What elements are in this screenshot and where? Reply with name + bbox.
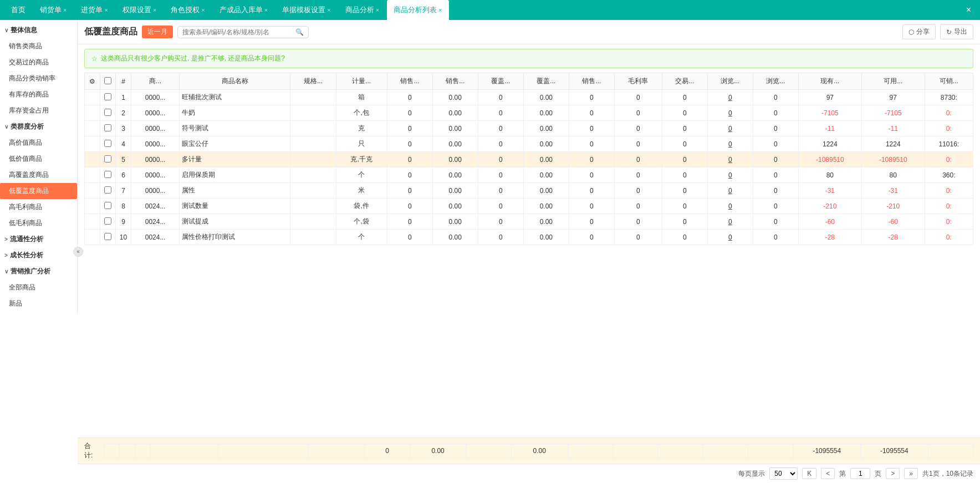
- row-check[interactable]: [100, 183, 116, 199]
- sidebar-item-high-coverage[interactable]: 高覆盖度商品: [0, 167, 77, 183]
- select-all-checkbox[interactable]: [104, 77, 111, 84]
- sidebar-section-cluster[interactable]: ∨ 类群度分析: [0, 119, 77, 135]
- nav-close-permissions[interactable]: ×: [153, 7, 156, 13]
- sidebar-section-growth[interactable]: > 成长性分析: [0, 247, 77, 263]
- table-row: 4 0000... 眼宝公仔 只 0 0.00 0 0.00 0 0 0 0 0…: [85, 136, 973, 152]
- col-sales-amt: 销售...: [432, 73, 478, 90]
- row-checkbox[interactable]: [104, 155, 111, 162]
- window-close-icon[interactable]: ×: [962, 5, 976, 15]
- nav-item-templates[interactable]: 单据模板设置 ×: [275, 0, 337, 20]
- prev-page-button[interactable]: <: [821, 468, 835, 479]
- nav-close-purchase[interactable]: ×: [104, 7, 108, 13]
- row-sales-qty: 0: [387, 167, 432, 183]
- nav-item-purchase[interactable]: 进货单 ×: [74, 0, 114, 20]
- row-check[interactable]: [100, 199, 116, 214]
- sidebar-section-marketing[interactable]: ∨ 营销推广分析: [0, 263, 77, 279]
- nav-close-roles[interactable]: ×: [201, 7, 205, 13]
- next-page-button[interactable]: >: [886, 468, 900, 479]
- export-button[interactable]: ↻ 导出: [940, 24, 973, 39]
- nav-close-products[interactable]: ×: [264, 7, 268, 13]
- per-page-select[interactable]: 20 50 100: [769, 467, 798, 480]
- row-check[interactable]: [100, 136, 116, 152]
- row-browse1[interactable]: 0: [707, 230, 753, 245]
- row-sales-amt: 0.00: [432, 183, 478, 199]
- row-check[interactable]: [100, 167, 116, 183]
- sidebar-item-traded-goods[interactable]: 交易过的商品: [0, 54, 77, 70]
- sidebar-item-category-rate[interactable]: 商品分类动销率: [0, 70, 77, 87]
- footer-totals: 合计: 0 0.00 0.00: [78, 438, 980, 464]
- row-browse1[interactable]: 0: [707, 136, 753, 152]
- nav-item-analysis-list[interactable]: 商品分析列表 ×: [387, 0, 448, 20]
- row-settings: [85, 90, 100, 105]
- row-browse1[interactable]: 0: [707, 199, 753, 214]
- sidebar-item-stock-capital[interactable]: 库存资金占用: [0, 103, 77, 119]
- row-checkbox[interactable]: [104, 202, 111, 209]
- nav-close-templates[interactable]: ×: [327, 7, 330, 13]
- row-checkbox[interactable]: [104, 109, 111, 116]
- row-browse1[interactable]: 0: [707, 90, 753, 105]
- col-settings[interactable]: ⚙: [85, 73, 100, 90]
- row-gross: 0: [614, 136, 662, 152]
- sidebar-item-high-margin[interactable]: 高毛利商品: [0, 199, 77, 215]
- nav-item-sales[interactable]: 销货单 ×: [33, 0, 73, 20]
- content-area: 低覆盖度商品 近一月 🔍 ⬡ 分享 ↻ 导出 ☆ 这类商品: [78, 20, 980, 483]
- row-browse1[interactable]: 0: [707, 214, 753, 230]
- search-input[interactable]: [182, 28, 293, 36]
- sidebar-item-new-goods[interactable]: 新品: [0, 296, 77, 312]
- row-sales-amt: 0.00: [432, 105, 478, 121]
- sidebar-section-overall[interactable]: ∨ 整体信息: [0, 22, 77, 38]
- row-sales-qty: 0: [387, 105, 432, 121]
- nav-item-analysis[interactable]: 商品分析 ×: [339, 0, 386, 20]
- row-cover2: 0.00: [523, 199, 569, 214]
- row-saleable: 0:: [925, 214, 973, 230]
- last-page-button[interactable]: »: [904, 468, 918, 479]
- row-check[interactable]: [100, 152, 116, 167]
- row-check[interactable]: [100, 214, 116, 230]
- sidebar-item-low-coverage[interactable]: 低覆盖度商品: [0, 183, 77, 199]
- search-icon[interactable]: 🔍: [295, 28, 304, 36]
- row-checkbox[interactable]: [104, 140, 111, 147]
- row-saleable: 0:: [925, 230, 973, 245]
- nav-item-products[interactable]: 产成品入库单 ×: [213, 0, 274, 20]
- table-row: 5 0000... 多计量 克,千克 0 0.00 0 0.00 0 0 0 0…: [85, 152, 973, 167]
- nav-item-permissions[interactable]: 权限设置 ×: [116, 0, 163, 20]
- sidebar-item-high-value[interactable]: 高价值商品: [0, 135, 77, 151]
- row-check[interactable]: [100, 230, 116, 245]
- sidebar-item-all-goods[interactable]: 全部商品: [0, 279, 77, 296]
- row-checkbox[interactable]: [104, 93, 111, 100]
- sidebar-section-flow[interactable]: > 流通性分析: [0, 231, 77, 247]
- nav-item-home[interactable]: 首页: [4, 0, 32, 20]
- col-trade: 交易...: [662, 73, 707, 90]
- row-browse1[interactable]: 0: [707, 183, 753, 199]
- sidebar-item-low-margin[interactable]: 低毛利商品: [0, 215, 77, 231]
- row-check[interactable]: [100, 121, 116, 136]
- row-check[interactable]: [100, 90, 116, 105]
- row-checkbox[interactable]: [104, 233, 111, 240]
- nav-close-analysis[interactable]: ×: [376, 7, 379, 13]
- nav-item-roles[interactable]: 角色授权 ×: [164, 0, 211, 20]
- row-browse1[interactable]: 0: [707, 167, 753, 183]
- row-trade: 0: [662, 230, 707, 245]
- page-input[interactable]: [850, 468, 870, 479]
- row-checkbox[interactable]: [104, 217, 111, 225]
- row-checkbox[interactable]: [104, 124, 111, 131]
- share-button[interactable]: ⬡ 分享: [902, 24, 936, 39]
- row-browse1[interactable]: 0: [707, 121, 753, 136]
- row-check[interactable]: [100, 105, 116, 121]
- sidebar-collapse-button[interactable]: «: [73, 247, 83, 257]
- row-current: -7105: [798, 105, 861, 121]
- first-page-button[interactable]: K: [802, 468, 816, 479]
- sidebar-item-sales-goods[interactable]: 销售类商品: [0, 38, 77, 54]
- section-arrow-growth: >: [4, 252, 8, 258]
- row-sales3: 0: [569, 167, 614, 183]
- time-filter-button[interactable]: 近一月: [142, 26, 173, 38]
- nav-close-analysis-list[interactable]: ×: [438, 7, 442, 13]
- row-checkbox[interactable]: [104, 186, 111, 194]
- nav-close-sales[interactable]: ×: [63, 7, 67, 13]
- row-browse1[interactable]: 0: [707, 105, 753, 121]
- row-browse1[interactable]: 0: [707, 152, 753, 167]
- row-browse2: 0: [753, 230, 798, 245]
- row-checkbox[interactable]: [104, 171, 111, 178]
- sidebar-item-low-value[interactable]: 低价值商品: [0, 151, 77, 167]
- sidebar-item-in-stock[interactable]: 有库存的商品: [0, 87, 77, 103]
